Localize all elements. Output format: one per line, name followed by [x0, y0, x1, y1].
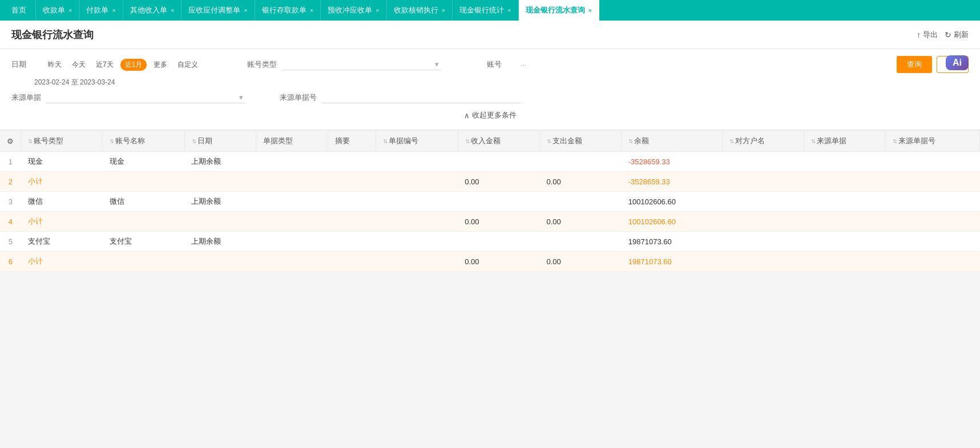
account-type-label: 账号类型: [247, 59, 277, 70]
close-icon[interactable]: ×: [507, 7, 511, 14]
refresh-icon: ↻: [945, 30, 951, 39]
close-icon[interactable]: ×: [112, 7, 115, 14]
cell-doc-type: [256, 152, 328, 172]
cell-source-doc: [804, 152, 885, 172]
nav-tab-receipt[interactable]: 收款单 ×: [36, 0, 79, 21]
date-more[interactable]: 更多: [150, 59, 171, 70]
refresh-button[interactable]: ↻ 刷新: [945, 30, 969, 40]
date-7days[interactable]: 近7天: [92, 59, 117, 70]
close-icon[interactable]: ×: [588, 7, 592, 14]
nav-tab-bank-deposit[interactable]: 银行存取款单 ×: [255, 0, 321, 21]
page-header: 现金银行流水查询 ↑ 导出 ↻ 刷新: [0, 21, 980, 49]
close-icon[interactable]: ×: [68, 7, 72, 14]
row-number: 3: [0, 192, 21, 212]
close-icon[interactable]: ×: [376, 7, 379, 14]
cell-summary: [328, 232, 376, 252]
nav-tab-home[interactable]: 首页: [2, 0, 36, 21]
col-source-doc-no[interactable]: ⇅来源单据号: [886, 131, 980, 152]
date-range-display: 2023-02-24 至 2023-03-24: [34, 78, 115, 86]
export-icon: ↑: [917, 30, 921, 39]
cell-income: [458, 232, 539, 252]
cell-source-doc-no: [886, 212, 980, 232]
col-income[interactable]: ⇅收入金额: [458, 131, 539, 152]
chevron-down-icon: ▾: [239, 93, 243, 102]
cell-counterpart: [722, 232, 804, 252]
cell-counterpart: [722, 252, 804, 272]
account-type-select[interactable]: ▾: [281, 59, 441, 70]
date-1month[interactable]: 近1月: [120, 59, 147, 71]
nav-tab-adjust[interactable]: 应收应付调整单 ×: [182, 0, 255, 21]
ai-badge[interactable]: Ai: [946, 55, 969, 70]
nav-tab-cash-stats[interactable]: 现金银行统计 ×: [453, 0, 518, 21]
nav-tab-payment[interactable]: 付款单 ×: [79, 0, 123, 21]
cell-source-doc-no: [886, 232, 980, 252]
col-date[interactable]: ⇅日期: [184, 131, 256, 152]
col-doc-no[interactable]: ⇅单据编号: [376, 131, 458, 152]
query-button[interactable]: 查询: [897, 56, 932, 73]
table-row[interactable]: 5 支付宝 支付宝 上期余额 19871073.60: [0, 232, 980, 252]
nav-tab-other-income[interactable]: 其他收入单 ×: [123, 0, 182, 21]
cell-balance: 100102606.60: [622, 192, 722, 212]
cell-doc-no: [376, 152, 458, 172]
cell-doc-type: [256, 252, 328, 272]
col-counterpart[interactable]: ⇅对方户名: [722, 131, 804, 152]
cell-doc-no: [376, 212, 458, 232]
cell-expense: [540, 192, 622, 212]
cell-account-type: 微信: [21, 192, 103, 212]
date-yesterday[interactable]: 昨天: [45, 59, 65, 70]
cell-account-type: 小计: [21, 252, 103, 272]
cell-account-type: 现金: [21, 152, 103, 172]
source-doc-select[interactable]: ▾: [46, 92, 245, 103]
page-title: 现金银行流水查询: [11, 28, 94, 42]
settings-col-header[interactable]: ⚙: [0, 131, 21, 152]
cell-account-name: [103, 252, 184, 272]
nav-tab-cash-flow[interactable]: 现金银行流水查询 ×: [519, 0, 599, 21]
table-row[interactable]: 4 小计 0.00 0.00 100102606.60: [0, 212, 980, 232]
cell-account-type: 小计: [21, 212, 103, 232]
col-balance[interactable]: ⇅余额: [622, 131, 722, 152]
cell-doc-no: [376, 192, 458, 212]
date-custom[interactable]: 自定义: [174, 59, 201, 70]
close-icon[interactable]: ×: [442, 7, 445, 14]
nav-tab-collection[interactable]: 收款核销执行 ×: [387, 0, 453, 21]
export-button[interactable]: ↑ 导出: [917, 30, 938, 40]
settings-icon[interactable]: ⚙: [7, 137, 14, 146]
col-source-doc[interactable]: ⇅来源单据: [804, 131, 885, 152]
date-today[interactable]: 今天: [68, 59, 89, 70]
close-icon[interactable]: ×: [171, 7, 174, 14]
cell-doc-type: [256, 232, 328, 252]
col-account-type[interactable]: ⇅账号类型: [21, 131, 103, 152]
cell-income: 0.00: [458, 252, 539, 272]
account-more-button[interactable]: ···: [520, 60, 526, 69]
close-icon[interactable]: ×: [244, 7, 247, 14]
close-icon[interactable]: ×: [310, 7, 313, 14]
cell-date: 上期余额: [184, 232, 256, 252]
cell-expense: 0.00: [540, 252, 622, 272]
cell-source-doc-no: [886, 172, 980, 192]
col-expense[interactable]: ⇅支出金额: [540, 131, 622, 152]
header-actions: ↑ 导出 ↻ 刷新: [917, 30, 969, 40]
cell-expense: [540, 232, 622, 252]
cell-account-name: [103, 172, 184, 192]
account-label: 账号: [487, 59, 515, 70]
source-doc-no-input[interactable]: [321, 92, 521, 103]
col-summary: 摘要: [328, 131, 376, 152]
cell-balance: -3528659.33: [622, 172, 722, 192]
chevron-down-icon: ▾: [435, 60, 439, 68]
row-number: 2: [0, 172, 21, 192]
table-row[interactable]: 2 小计 0.00 0.00 -3528659.33: [0, 172, 980, 192]
collapse-bar[interactable]: ∧ 收起更多条件: [11, 108, 969, 125]
cell-balance: 19871073.60: [622, 252, 722, 272]
cell-summary: [328, 172, 376, 192]
cell-source-doc: [804, 252, 885, 272]
col-account-name[interactable]: ⇅账号名称: [103, 131, 184, 152]
table-row[interactable]: 1 现金 现金 上期余额 -3528659.33: [0, 152, 980, 172]
col-doc-type: 单据类型: [256, 131, 328, 152]
cell-account-type: 小计: [21, 172, 103, 192]
cell-counterpart: [722, 192, 804, 212]
cell-date: [184, 252, 256, 272]
nav-tab-prepay[interactable]: 预收冲应收单 ×: [321, 0, 386, 21]
table-row[interactable]: 3 微信 微信 上期余额 100102606.60: [0, 192, 980, 212]
table-row[interactable]: 6 小计 0.00 0.00 19871073.60: [0, 252, 980, 272]
cell-doc-no: [376, 172, 458, 192]
